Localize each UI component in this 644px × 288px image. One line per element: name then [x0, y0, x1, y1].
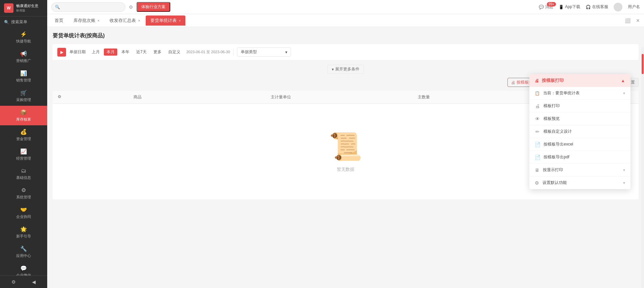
tabs-actions: ⬜ ✕ — [623, 17, 641, 25]
settings-icon[interactable]: ⚙ — [11, 279, 16, 285]
dropdown-sec-display-print-icon: 🖥 — [535, 167, 539, 173]
tab-inventory-batch[interactable]: 库存批次账× — [69, 15, 104, 26]
collapse-icon[interactable]: ◀ — [32, 279, 36, 285]
sidebar-item-basics[interactable]: 🗂基础信息 — [0, 164, 47, 184]
sidebar-search[interactable]: 🔍 搜索菜单 — [0, 17, 47, 28]
dropdown-section-display-print[interactable]: 🖥按显示打印▾ — [529, 164, 631, 177]
app-download-button[interactable]: 📱 App下载 — [559, 4, 580, 10]
online-service-icon: 🎧 — [586, 5, 591, 9]
sidebar-item-marketing[interactable]: 📢营销推广 — [0, 47, 47, 67]
dropdown-section-default-func[interactable]: ⚙设置默认功能▾ — [529, 177, 631, 189]
tab-close-inventory-batch[interactable]: × — [97, 19, 99, 23]
tab-home[interactable]: 首页 — [50, 15, 68, 26]
sidebar-item-operation[interactable]: 📈经营管理 — [0, 145, 47, 164]
topbar-gear-icon[interactable]: ⚙ — [129, 4, 133, 10]
sidebar-nav: ⚡快捷导航📢营销推广📊销售管理🛒采购管理📦库存核算💰资金管理📈经营管理🗂基础信息… — [0, 28, 47, 276]
sidebar-label-sales: 销售管理 — [16, 78, 31, 83]
sidebar-label-finance: 资金管理 — [16, 136, 31, 141]
date-btn-last-7[interactable]: 近7天 — [134, 49, 149, 56]
sidebar-label-basics: 基础信息 — [16, 175, 31, 180]
sidebar-label-guide: 新手引导 — [16, 234, 31, 239]
sidebar-item-wechat[interactable]: 💬企业微信 — [0, 262, 47, 276]
dropdown-current-arrow-icon: ▾ — [623, 91, 625, 96]
sidebar-item-sales[interactable]: 📊销售管理 — [0, 67, 47, 86]
sidebar-item-appstore[interactable]: 🔧应用中心 — [0, 242, 47, 262]
sidebar-item-purchase[interactable]: 🛒采购管理 — [0, 86, 47, 106]
logo-title: 畅康通好生意 — [16, 3, 38, 8]
dropdown-item-template-design[interactable]: ✏模板自定义设计 — [529, 125, 631, 138]
tab-label-receivables: 收发存汇总表 — [110, 18, 136, 24]
sidebar-icon-sales: 📊 — [20, 70, 27, 76]
expand-more-icon: ▾ — [332, 67, 334, 72]
tab-close-receivables[interactable]: × — [138, 19, 140, 23]
dropdown-template-design-label: 模板自定义设计 — [544, 129, 572, 134]
dropdown-export-excel-icon: 📄 — [535, 142, 540, 147]
scrollbar-thumb[interactable] — [642, 54, 644, 74]
tab-close-order-stats[interactable]: × — [179, 19, 181, 23]
sidebar-item-system[interactable]: ⚙系统管理 — [0, 184, 47, 203]
topbar-search[interactable]: 🔍 — [51, 2, 125, 12]
sidebar-label-wechat: 企业微信 — [16, 273, 31, 276]
online-service-button[interactable]: 🎧 在线客服 — [586, 4, 608, 10]
tab-order-stats[interactable]: 要货单统计表× — [146, 15, 185, 26]
sidebar-icon-marketing: 📢 — [20, 51, 27, 57]
sidebar-item-collab[interactable]: 🤝企业协同 — [0, 203, 47, 223]
dropdown-current-template[interactable]: 📋 当前：要货单统计表 ▾ — [529, 87, 631, 100]
tab-maximize-icon[interactable]: ⬜ — [623, 17, 632, 25]
dropdown-collapse-icon[interactable]: ▲ — [621, 78, 625, 83]
tabs-bar: 首页库存批次账×收发存汇总表×要货单统计表× ⬜ ✕ — [47, 14, 644, 27]
date-btn-last-month[interactable]: 上月 — [89, 49, 103, 56]
date-btn-current-year[interactable]: 本年 — [119, 49, 132, 56]
dropdown-item-template-preview[interactable]: 👁模板预览 — [529, 113, 631, 125]
dropdown-item-template-print[interactable]: 🖨模板打印 — [529, 100, 631, 113]
sidebar-icon-guide: 🌟 — [20, 226, 27, 232]
sidebar-item-inventory[interactable]: 📦库存核算 — [0, 106, 47, 125]
page-title: 要货单统计表(按商品) — [53, 32, 639, 39]
sidebar-label-operation: 经营管理 — [16, 156, 31, 161]
table-col-product: 商品 — [66, 91, 209, 103]
tab-label-inventory-batch: 库存批次账 — [74, 18, 95, 24]
sidebar-label-system: 系统管理 — [16, 195, 31, 200]
type-filter-select[interactable]: 单据类型 ▾ — [237, 47, 291, 57]
sidebar-icon-wechat: 💬 — [20, 265, 27, 271]
promo-button[interactable]: 体验行业方案 — [137, 2, 170, 12]
dropdown-template-preview-label: 模板预览 — [544, 116, 560, 122]
sidebar-icon-finance: 💰 — [20, 129, 27, 135]
dropdown-export-excel-label: 按模板导出excel — [544, 141, 573, 147]
filter-bar: ▶ 单据日期 上月本月本年近7天更多自定义 2023-06-01 至 2023-… — [53, 44, 639, 60]
dropdown-sec-default-func-icon: ⚙ — [535, 180, 539, 186]
expand-more-button[interactable]: ▾ 展开更多条件 — [327, 65, 364, 74]
user-avatar[interactable] — [614, 3, 622, 11]
date-range-display: 2023-06-01 至 2023-06-30 — [186, 50, 230, 55]
sidebar-footer: ⚙ ◀ — [0, 276, 47, 288]
main-area: 🔍 ⚙ 体验行业方案 💬 消息 99+ 📱 App下载 🎧 在线客服 用户名 — [47, 0, 644, 288]
message-button[interactable]: 💬 消息 99+ — [539, 4, 553, 10]
dropdown-template-print-label: 模板打印 — [544, 103, 560, 109]
dropdown-template-print-icon: 🖨 — [535, 103, 540, 109]
page-scrollbar[interactable] — [641, 47, 644, 288]
date-btn-more[interactable]: 更多 — [151, 49, 164, 56]
sidebar-item-finance[interactable]: 💰资金管理 — [0, 125, 47, 145]
online-service-label: 在线客服 — [592, 4, 608, 10]
filter-expand-button[interactable]: ▶ — [57, 48, 66, 57]
dropdown-template-design-icon: ✏ — [535, 129, 540, 134]
message-badge: 99+ — [547, 2, 556, 6]
tab-receivables[interactable]: 收发存汇总表× — [105, 15, 145, 26]
tab-close-all-icon[interactable]: ✕ — [635, 17, 641, 25]
sidebar-search-label: 搜索菜单 — [11, 19, 27, 25]
sidebar-item-quick-nav[interactable]: ⚡快捷导航 — [0, 28, 47, 47]
dropdown-item-export-pdf[interactable]: 📄按模板导出pdf — [529, 151, 631, 164]
dropdown-current-icon: 📋 — [535, 91, 540, 96]
sidebar-item-guide[interactable]: 🌟新手引导 — [0, 223, 47, 242]
topbar-search-icon: 🔍 — [55, 5, 60, 9]
table-col-unit: 主计量单位 — [209, 91, 353, 103]
sidebar-icon-purchase: 🛒 — [20, 90, 27, 96]
dropdown-export-pdf-icon: 📄 — [535, 155, 540, 160]
search-icon: 🔍 — [4, 20, 9, 25]
empty-illustration: 📜 — [329, 131, 362, 162]
date-btn-current-month[interactable]: 本月 — [104, 49, 117, 56]
logo-badge: 标准版 — [16, 8, 38, 13]
date-btn-custom[interactable]: 自定义 — [166, 49, 183, 56]
app-download-label: App下载 — [565, 4, 580, 10]
dropdown-item-export-excel[interactable]: 📄按模板导出excel — [529, 138, 631, 151]
